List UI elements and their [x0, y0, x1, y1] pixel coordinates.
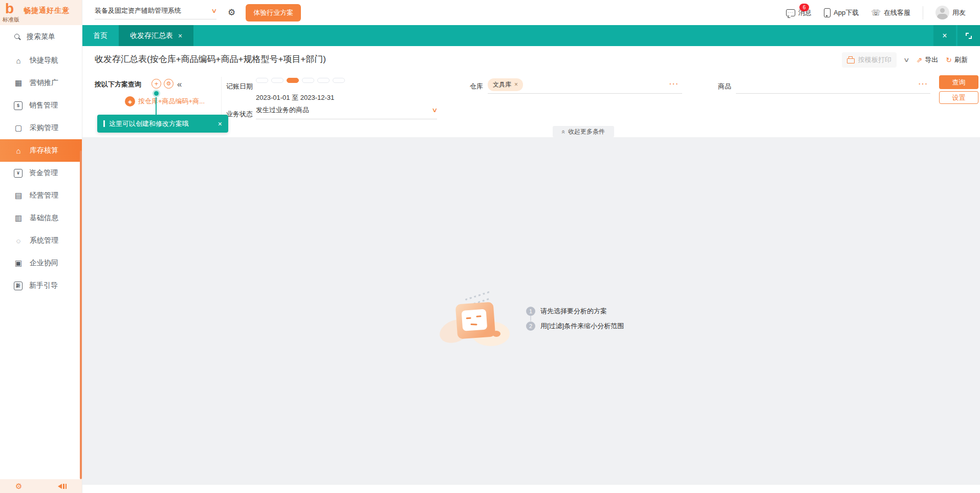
sidebar-item-system[interactable]: ◌ 系统管理 — [0, 229, 82, 252]
tag-remove-icon[interactable]: × — [514, 81, 518, 88]
messages-button[interactable]: ··· 消息 6 — [786, 8, 812, 17]
date-option[interactable] — [333, 78, 345, 83]
fullscreen-icon[interactable] — [957, 25, 980, 46]
username: 用友 — [952, 8, 966, 17]
business-status-value: 发生过业务的商品 — [256, 105, 309, 115]
sidebar-item-collaboration[interactable]: ▣ 企业协同 — [0, 252, 82, 274]
id-card-icon: ▥ — [14, 213, 23, 223]
step-number-badge: 1 — [526, 307, 535, 316]
tabbar-actions: × — [933, 25, 980, 46]
tab-inventory-summary[interactable]: 收发存汇总表 × — [119, 25, 193, 46]
empty-state-step: 2 用[过滤]条件来缩小分析范围 — [526, 321, 624, 331]
collaboration-icon: ▣ — [14, 259, 23, 268]
sidebar-item-warehouse[interactable]: ⌂ 库存核算 — [0, 139, 82, 162]
tooltip-text: 这里可以创建和修改方案哦 — [109, 119, 189, 128]
sidebar-footer: ⚙ — [0, 479, 82, 493]
money-bag-icon: ¥ — [14, 169, 23, 178]
search-icon — [14, 34, 20, 40]
empty-state-step: 1 请先选择要分析的方案 — [526, 306, 624, 316]
page-title: 收发存汇总表(按仓库+商品编码+商品+规格型号+项目+部门) — [95, 53, 326, 65]
topbar: 装备及固定资产辅助管理系统 ∨ ⚙ 体验行业方案 ··· 消息 6 App下载 … — [82, 0, 980, 25]
product-input[interactable] — [736, 76, 930, 94]
step-text: 用[过滤]条件来缩小分析范围 — [540, 321, 624, 331]
trial-industry-plan-button[interactable]: 体验行业方案 — [246, 4, 301, 22]
tooltip-connector-line — [156, 97, 157, 115]
sidebar-item-home[interactable]: ⌂ 快捷导航 — [0, 49, 82, 72]
online-service-button[interactable]: ☏ 在线客服 — [871, 8, 910, 17]
sidebar-item-shopping-bag[interactable]: ▢ 采购管理 — [0, 117, 82, 139]
print-by-template-button[interactable]: 按模板打印 — [842, 52, 897, 68]
online-service-label: 在线客服 — [884, 8, 910, 17]
scheme-item-label: 按仓库+商品编码+商... — [138, 97, 205, 106]
system-icon: ◌ — [14, 237, 23, 245]
user-menu[interactable]: 用友 — [935, 6, 966, 19]
sidebar-item-label: 企业协同 — [30, 259, 58, 268]
warehouse-more-icon[interactable]: ··· — [669, 80, 679, 88]
print-dropdown-chevron-icon[interactable]: ∨ — [903, 56, 910, 63]
filter-panel: 按以下方案查询 + ⚙ « ◈ 按仓库+商品编码+商... 这里可以创建和修改方… — [82, 72, 980, 138]
sidebar-scrollbar[interactable] — [80, 151, 82, 479]
sale-house-icon: $ — [14, 101, 23, 110]
phone-icon — [824, 8, 831, 17]
report-content-area: 1 请先选择要分析的方案 2 用[过滤]条件来缩小分析范围 — [82, 137, 980, 485]
add-scheme-button[interactable]: + — [151, 79, 161, 89]
sidebar-item-label: 销售管理 — [29, 101, 58, 110]
collapse-scheme-panel-icon[interactable]: « — [177, 79, 182, 90]
empty-state-steps: 1 请先选择要分析的方案 2 用[过滤]条件来缩小分析范围 — [526, 306, 624, 336]
date-option[interactable] — [302, 78, 314, 83]
date-range-value[interactable]: 2023-01-01 至 2023-12-31 — [256, 93, 334, 102]
query-button[interactable]: 查询 — [939, 75, 978, 89]
export-button[interactable]: ⇗ 导出 — [917, 55, 939, 65]
date-option[interactable] — [287, 78, 299, 83]
tab-home[interactable]: 首页 — [82, 25, 119, 46]
sidebar-item-sale-house[interactable]: $ 销售管理 — [0, 94, 82, 117]
system-select-dropdown[interactable]: 装备及固定资产辅助管理系统 ∨ — [95, 6, 216, 19]
date-option[interactable] — [271, 78, 284, 83]
divider — [923, 6, 923, 19]
warehouse-input[interactable]: 文具库 × — [488, 76, 682, 94]
sidebar-item-label: 快捷导航 — [30, 56, 58, 65]
export-icon: ⇗ — [917, 56, 923, 64]
guide-icon: 新 — [14, 282, 23, 290]
sidebar-item-label: 基础信息 — [30, 213, 58, 223]
brand-area: b 畅捷通好生意 标准版 — [0, 0, 82, 25]
sidebar-item-label: 系统管理 — [30, 236, 58, 245]
clipboard-icon: ▤ — [14, 191, 23, 200]
collapse-sidebar-icon[interactable] — [58, 484, 67, 489]
tooltip-close-icon[interactable]: × — [218, 120, 222, 128]
sidebar-item-gift[interactable]: ▦ 营销推广 — [0, 72, 82, 94]
date-option[interactable] — [317, 78, 330, 83]
app-download-button[interactable]: App下载 — [824, 8, 859, 17]
date-quick-options — [256, 78, 345, 83]
topbar-gear-icon[interactable]: ⚙ — [228, 7, 235, 18]
date-option[interactable] — [256, 78, 268, 83]
close-all-tabs-icon[interactable]: × — [933, 25, 956, 46]
sidebar-item-guide[interactable]: 新 新手引导 — [0, 274, 82, 297]
sidebar-item-clipboard[interactable]: ▤ 经营管理 — [0, 184, 82, 207]
business-status-select[interactable]: 发生过业务的商品 ∨ — [256, 105, 437, 119]
sidebar-item-label: 经营管理 — [30, 191, 58, 200]
headset-icon: ☏ — [871, 8, 881, 17]
shopping-bag-icon: ▢ — [14, 123, 23, 133]
sidebar-item-id-card[interactable]: ▥ 基础信息 — [0, 207, 82, 229]
sidebar-settings-gear-icon[interactable]: ⚙ — [15, 482, 22, 490]
tabbar: 首页 收发存汇总表 × × — [82, 25, 980, 46]
title-actions: 按模板打印 ∨ ⇗ 导出 ↻ 刷新 — [842, 52, 968, 68]
settings-button[interactable]: 设置 — [939, 91, 978, 104]
titlebar: 收发存汇总表(按仓库+商品编码+商品+规格型号+项目+部门) 按模板打印 ∨ ⇗… — [82, 46, 980, 72]
sidebar-item-money-bag[interactable]: ¥ 资金管理 — [0, 162, 82, 184]
product-more-icon[interactable]: ··· — [919, 80, 928, 88]
tooltip-accent-bar — [103, 120, 105, 127]
gift-icon: ▦ — [14, 78, 23, 88]
tab-close-icon[interactable]: × — [178, 32, 182, 40]
app-download-label: App下载 — [834, 8, 859, 17]
chevron-up-icon: « — [560, 130, 568, 133]
scheme-item[interactable]: ◈ 按仓库+商品编码+商... — [125, 96, 205, 106]
scheme-settings-icon[interactable]: ⚙ — [164, 79, 173, 89]
product-label: 商品 — [718, 82, 731, 91]
sidebar-search-menu[interactable]: 搜索菜单 — [0, 25, 82, 49]
sidebar-item-label: 新手引导 — [29, 281, 58, 290]
refresh-button[interactable]: ↻ 刷新 — [946, 55, 968, 65]
collapse-more-conditions[interactable]: « 收起更多条件 — [553, 126, 614, 137]
avatar — [935, 6, 949, 19]
